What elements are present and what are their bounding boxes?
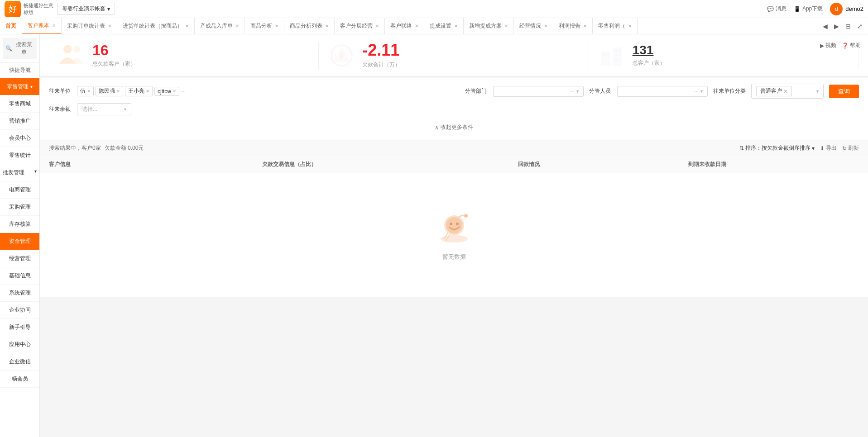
sidebar-item-app-center[interactable]: 应用中心 xyxy=(0,336,39,353)
filter-tag-1[interactable]: 陈民强 ✕ xyxy=(96,86,123,96)
person-select[interactable]: ··· ▾ xyxy=(617,86,708,97)
empty-text: 暂无数据 xyxy=(442,253,466,261)
stat-info-debt: -2.11 欠款合计（万） xyxy=(362,42,400,69)
app-download-button[interactable]: 📱 App下载 xyxy=(794,5,823,13)
export-button[interactable]: ⬇ 导出 xyxy=(820,144,837,152)
svg-rect-12 xyxy=(619,49,621,52)
refresh-button[interactable]: ↻ 刷新 xyxy=(842,144,859,152)
video-button[interactable]: ▶ 视频 xyxy=(820,42,836,49)
tab-product-inbound[interactable]: 产成品入库单 ✕ xyxy=(195,18,245,34)
close-icon[interactable]: ✕ xyxy=(415,24,418,28)
svg-rect-11 xyxy=(615,49,617,52)
tab-promotion-settings[interactable]: 提成设置 ✕ xyxy=(424,18,464,34)
sidebar-item-system-mgmt[interactable]: 系统管理 xyxy=(0,285,39,302)
tab-purchase-order-stats[interactable]: 采购订单统计表 ✕ xyxy=(62,18,117,34)
tabs-expand-icon[interactable]: ⤢ xyxy=(855,22,864,31)
tab-new-achievement[interactable]: 新增提成方案 ✕ xyxy=(464,18,514,34)
collapse-button[interactable]: ∧ 收起更多条件 xyxy=(430,122,478,133)
close-icon[interactable]: ✕ xyxy=(583,24,587,28)
tab-operations[interactable]: 经营情况 ✕ xyxy=(514,18,553,34)
close-icon[interactable]: ✕ xyxy=(375,24,379,28)
org-selector[interactable]: 母婴行业演示帐套 ▾ xyxy=(57,3,115,15)
stat-block-customers: 16 总欠款客户（家） xyxy=(49,42,319,69)
remove-tag-3-icon[interactable]: ✕ xyxy=(173,89,176,94)
remove-type-tag-icon[interactable]: ✕ xyxy=(783,88,788,95)
more-tags-button[interactable]: ··· xyxy=(181,88,186,95)
tab-home[interactable]: 首页 xyxy=(0,18,22,34)
sidebar-item-retail-mgmt[interactable]: 零售管理 ▾ xyxy=(0,78,39,95)
tabs-menu-icon[interactable]: ⊟ xyxy=(844,22,853,31)
logo-text: 畅捷通好生意 标版 xyxy=(24,2,53,15)
balance-select[interactable]: 选择... ▾ xyxy=(77,103,131,115)
tab-customer-contact[interactable]: 客户联络 ✕ xyxy=(385,18,424,34)
customer-type-tag[interactable]: 普通客户 ✕ xyxy=(756,86,792,96)
sidebar-item-vip-member[interactable]: 畅会员 xyxy=(0,370,39,388)
sort-button[interactable]: ⇅ 排序：按欠款金额倒序排序 ▾ xyxy=(739,144,815,152)
sidebar-item-retail-stats[interactable]: 零售统计 xyxy=(0,147,39,164)
svg-point-1 xyxy=(73,46,80,52)
remove-tag-1-icon[interactable]: ✕ xyxy=(116,89,120,94)
filter-tag-3[interactable]: cjttcw ✕ xyxy=(154,87,179,96)
close-icon[interactable]: ✕ xyxy=(185,24,189,28)
results-actions: ⇅ 排序：按欠款金额倒序排序 ▾ ⬇ 导出 ↻ 刷新 xyxy=(739,144,859,152)
tab-profit-report[interactable]: 利润报告 ✕ xyxy=(553,18,593,34)
filter-tag-2[interactable]: 王小亮 ✕ xyxy=(125,86,153,96)
svg-point-0 xyxy=(63,45,72,53)
close-icon[interactable]: ✕ xyxy=(504,24,508,28)
sidebar-item-member-center[interactable]: 会员中心 xyxy=(0,130,39,147)
close-icon[interactable]: ✕ xyxy=(325,24,329,28)
sidebar-item-finance[interactable]: 资金管理 xyxy=(0,233,39,250)
filter-tag-0[interactable]: 伍 ✕ xyxy=(77,86,94,96)
unit-label: 往来单位 xyxy=(49,87,72,95)
close-icon[interactable]: ✕ xyxy=(628,24,632,28)
stats-header: 16 总欠款客户（家） ¥ -2.11 欠款合计（万） xyxy=(40,34,868,76)
sidebar-item-wholesale-mgmt[interactable]: 批发管理 ▾ xyxy=(0,164,39,181)
tab-customer-tier[interactable]: 客户分层经营 ✕ xyxy=(335,18,385,34)
svg-point-19 xyxy=(446,217,462,233)
sidebar-item-ops-mgmt[interactable]: 经营管理 xyxy=(0,250,39,267)
close-icon[interactable]: ✕ xyxy=(275,24,278,28)
tab-customer-accounts[interactable]: 客户账本 ✕ xyxy=(22,18,62,34)
search-menu-button[interactable]: 🔍 搜索菜单 xyxy=(3,38,37,59)
tab-product-analysis-list[interactable]: 商品分析列表 ✕ xyxy=(284,18,335,34)
debt-icon: ¥ xyxy=(328,42,355,69)
message-button[interactable]: 💬 消息 xyxy=(767,5,786,13)
tabs-next-arrow[interactable]: ▶ xyxy=(832,22,841,31)
sidebar-item-retail-shop[interactable]: 零售商城 xyxy=(0,95,39,113)
tab-product-analysis[interactable]: 商品分析 ✕ xyxy=(245,18,284,34)
col-due-date: 到期未收款日期 xyxy=(688,161,859,168)
col-debt-info: 欠款交易信息（占比） xyxy=(262,161,518,168)
sidebar-item-enterprise-collab[interactable]: 企业协同 xyxy=(0,302,39,319)
remove-tag-0-icon[interactable]: ✕ xyxy=(87,89,91,94)
sidebar-item-purchase[interactable]: 采购管理 xyxy=(0,199,39,216)
sidebar-item-ecommerce[interactable]: 电商管理 xyxy=(0,181,39,199)
sidebar: 🔍 搜索菜单 快捷导航 零售管理 ▾ 零售商城 营销推广 会员中心 零售统计 批… xyxy=(0,34,40,437)
sidebar-item-basic-info[interactable]: 基础信息 xyxy=(0,267,39,285)
close-icon[interactable]: ✕ xyxy=(52,23,56,28)
sidebar-item-new-user-guide[interactable]: 新手引导 xyxy=(0,319,39,336)
avatar: d xyxy=(830,3,843,15)
close-icon[interactable]: ✕ xyxy=(108,24,111,28)
help-button[interactable]: ❓ 帮助 xyxy=(842,42,861,49)
close-icon[interactable]: ✕ xyxy=(544,24,547,28)
unit-category-select[interactable]: 普通客户 ✕ ▾ xyxy=(751,84,824,99)
user-area[interactable]: d demo2 xyxy=(830,3,863,15)
svg-point-20 xyxy=(450,223,452,225)
dept-dots-icon[interactable]: ··· xyxy=(570,88,575,95)
sidebar-item-inventory[interactable]: 库存核算 xyxy=(0,216,39,233)
quick-nav-button[interactable]: 快捷导航 xyxy=(0,63,39,78)
remove-tag-2-icon[interactable]: ✕ xyxy=(146,89,149,94)
query-button[interactable]: 查询 xyxy=(829,85,859,98)
sidebar-item-marketing[interactable]: 营销推广 xyxy=(0,113,39,130)
tabs-prev-arrow[interactable]: ◀ xyxy=(821,22,830,31)
total-debt-value: -2.11 xyxy=(362,42,400,58)
total-customers-label: 总欠款客户（家） xyxy=(92,60,136,68)
close-icon[interactable]: ✕ xyxy=(235,24,239,28)
unit-category-label: 往来单位分类 xyxy=(713,87,746,95)
dept-select[interactable]: ··· ▾ xyxy=(493,86,584,97)
sidebar-item-enterprise-wechat[interactable]: 企业微信 xyxy=(0,353,39,370)
close-icon[interactable]: ✕ xyxy=(454,24,458,28)
person-dots-icon[interactable]: ··· xyxy=(694,88,699,95)
tab-incoming-stats[interactable]: 进货单统计表（按商品） ✕ xyxy=(117,18,195,34)
tab-retail-profit[interactable]: 零售利润（ ✕ xyxy=(593,18,638,34)
